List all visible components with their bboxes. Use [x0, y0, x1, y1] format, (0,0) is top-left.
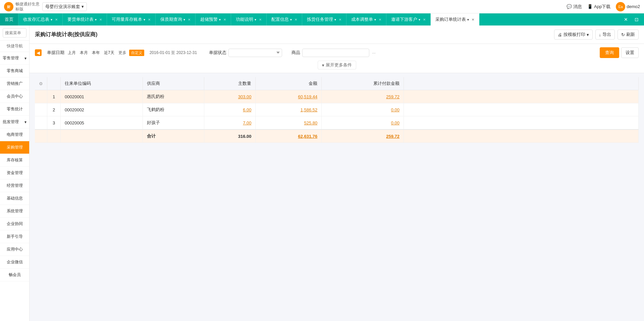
sidebar-item-member-center[interactable]: 会员中心: [0, 90, 29, 103]
row-quantity-cell[interactable]: 303.00: [204, 90, 256, 103]
close-icon[interactable]: ✕: [339, 18, 341, 21]
tab-cost-adjust[interactable]: 成本调整单 ▾ ✕: [346, 13, 386, 25]
filter-collapse-btn[interactable]: ◀: [35, 49, 42, 56]
tab-collect[interactable]: 收发存汇总表 ▾ ✕: [18, 13, 63, 25]
sidebar-item-label: 采购管理: [7, 145, 23, 150]
tab-home[interactable]: 首页: [0, 13, 18, 25]
nav-close-btn[interactable]: ✕: [621, 15, 631, 24]
sidebar-item-system[interactable]: 系统管理: [0, 205, 29, 218]
row-amount-cell[interactable]: 60,519.44: [256, 90, 322, 103]
sidebar-item-operation[interactable]: 经营管理: [0, 179, 29, 192]
sidebar-item-retail-mall[interactable]: 零售商城: [0, 65, 29, 77]
message-action[interactable]: 💬 消息: [567, 4, 582, 10]
close-icon[interactable]: ✕: [379, 18, 381, 21]
top-bar: 财 畅捷通好生意 标版 母婴行业演示账套 ▾ 💬 消息 📱 App下载 Ea d…: [0, 0, 644, 13]
tab-available-stock[interactable]: 可用量库存账本 ▾ ✕: [107, 13, 156, 25]
tab-overstock[interactable]: 超储预警 ▾ ✕: [196, 13, 231, 25]
sidebar-item-finance[interactable]: 资金管理: [0, 167, 29, 179]
tab-invite[interactable]: 邀请下游客户 ▾ ✕: [386, 13, 431, 25]
sidebar-item-label: 应用中心: [7, 247, 23, 252]
user-action[interactable]: Ea demo2: [616, 2, 640, 11]
sidebar-item-label: 畅会员: [9, 272, 21, 278]
tab-purchase-stat[interactable]: 采购订单统计表 ▾ ✕: [431, 13, 479, 25]
row-paid-cell[interactable]: 0.00: [322, 116, 404, 130]
sidebar-item-label: 零售统计: [7, 106, 23, 112]
close-icon[interactable]: ✕: [294, 18, 297, 21]
chevron-down-icon: ▾: [467, 18, 469, 21]
chevron-down-icon: ▾: [95, 18, 97, 21]
settings-column-header: ⚙: [35, 77, 47, 90]
search-button[interactable]: 查询: [600, 47, 619, 58]
close-icon[interactable]: ✕: [55, 18, 58, 21]
print-icon: 🖨: [558, 32, 562, 37]
product-input[interactable]: [302, 49, 369, 57]
date-shortcut-this-month[interactable]: 本月: [78, 49, 89, 56]
sidebar-item-label: 基础信息: [7, 196, 23, 201]
status-select[interactable]: [228, 49, 282, 57]
row-amount-cell[interactable]: 525.80: [256, 116, 322, 130]
page-header-actions: 🖨 按模板打印 ▾ ↓ 导出 ↻ 刷新: [554, 30, 639, 44]
table-row: 2 00020002 飞鹤奶粉 6.00 1,586.52 0.00: [35, 103, 639, 116]
sidebar-item-purchase[interactable]: 采购管理: [0, 141, 29, 154]
sidebar-item-retail-stat[interactable]: 零售统计: [0, 103, 29, 116]
close-icon[interactable]: ✕: [148, 18, 151, 21]
sidebar-item-member[interactable]: 畅会员: [0, 269, 29, 281]
row-quantity-cell[interactable]: 7.00: [204, 116, 256, 130]
app-download-action[interactable]: 📱 App下载: [587, 4, 610, 10]
sidebar-item-marketing[interactable]: 营销推广: [0, 77, 29, 90]
row-quantity-cell[interactable]: 6.00: [204, 103, 256, 116]
chevron-down-icon: ▾: [290, 18, 292, 21]
row-paid-cell[interactable]: 259.72: [322, 90, 404, 103]
close-icon[interactable]: ✕: [259, 18, 262, 21]
tab-function-desc[interactable]: 功能说明 ▾ ✕: [231, 13, 267, 25]
row-paid-cell[interactable]: 0.00: [322, 103, 404, 116]
tab-pick-task[interactable]: 拣货任务管理 ▾ ✕: [302, 13, 346, 25]
sidebar-item-app-center[interactable]: 应用中心: [0, 243, 29, 256]
close-icon[interactable]: ✕: [472, 18, 474, 21]
date-shortcut-last-month[interactable]: 上月: [66, 49, 77, 56]
sidebar-item-wholesale[interactable]: 批发管理 ▾: [0, 116, 29, 128]
close-icon[interactable]: ✕: [223, 18, 226, 21]
refresh-button[interactable]: ↻ 刷新: [618, 30, 639, 40]
top-bar-left: 财 畅捷通好生意 标版 母婴行业演示账套 ▾: [4, 2, 87, 11]
sidebar-item-retail-manage[interactable]: 零售管理 ▾: [0, 52, 29, 65]
tab-warranty[interactable]: 保质期查询 ▾ ✕: [156, 13, 196, 25]
sidebar-item-wechat[interactable]: 企业微信: [0, 256, 29, 269]
sidebar-item-ecommerce[interactable]: 电商管理: [0, 128, 29, 141]
close-icon[interactable]: ✕: [423, 18, 426, 21]
data-table: ⚙ 往来单位编码 供应商 主数量 金额 累计付款金额 1 00020001: [35, 77, 639, 143]
date-shortcut-this-year[interactable]: 本年: [91, 49, 101, 56]
search-input[interactable]: [3, 28, 26, 38]
close-icon[interactable]: ✕: [188, 18, 191, 21]
footer-label: 合计: [143, 129, 204, 143]
date-shortcut-more[interactable]: 更多: [117, 49, 128, 56]
sidebar-item-inventory[interactable]: 库存核算: [0, 154, 29, 167]
expand-more-button[interactable]: ▾ 展开更多条件: [318, 61, 356, 69]
nav-controls: ✕ ⊡: [619, 15, 644, 24]
settings-button[interactable]: 设置: [621, 47, 639, 58]
date-custom-badge[interactable]: 自定义: [129, 50, 144, 56]
export-button[interactable]: ↓ 导出: [595, 30, 615, 40]
paid-column-header: 累计付款金额: [322, 77, 404, 90]
chevron-down-icon: ▾: [219, 18, 221, 21]
sidebar-item-label: 会员中心: [7, 94, 23, 99]
chevron-down-icon: ▾: [334, 18, 336, 21]
page-title: 采购订单统计表(按供应商): [35, 31, 98, 42]
sidebar-item-label: 电商管理: [7, 132, 23, 138]
sidebar-item-basic-info[interactable]: 基础信息: [0, 192, 29, 205]
row-vendor-code-cell: 00020002: [61, 103, 143, 116]
sidebar-item-new-guide[interactable]: 新手引导: [0, 230, 29, 243]
close-icon[interactable]: ✕: [99, 18, 102, 21]
template-print-button[interactable]: 🖨 按模板打印 ▾: [554, 30, 593, 40]
row-amount-cell[interactable]: 1,586.52: [256, 103, 322, 116]
workspace-selector[interactable]: 母婴行业演示账套 ▾: [42, 2, 87, 11]
settings-icon[interactable]: ⚙: [39, 81, 43, 86]
tab-order-stat[interactable]: 要货单统计表 ▾ ✕: [63, 13, 107, 25]
tab-config[interactable]: 配置信息 ▾ ✕: [267, 13, 302, 25]
sidebar-item-enterprise[interactable]: 企业协同: [0, 218, 29, 230]
date-shortcut-7days[interactable]: 近7天: [103, 49, 116, 56]
nav-maximize-btn[interactable]: ⊡: [632, 15, 641, 24]
more-icon[interactable]: ···: [372, 50, 376, 55]
sidebar-shortcut-label: 快捷导航: [0, 41, 29, 52]
sidebar-item-label: 系统管理: [7, 208, 23, 214]
